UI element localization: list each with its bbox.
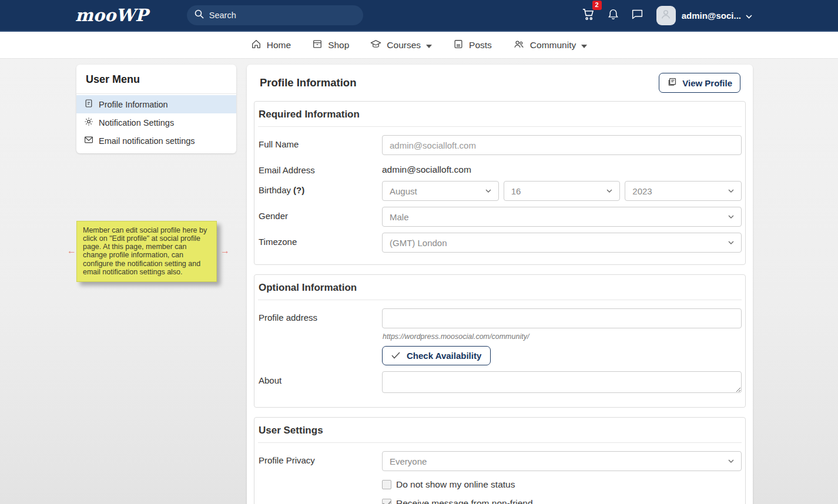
notifications-button[interactable] bbox=[601, 8, 625, 23]
full-name-field[interactable] bbox=[382, 135, 742, 155]
site-logo[interactable]: mooWP bbox=[75, 5, 148, 25]
online-status-checkbox-row[interactable]: Do not show my online status bbox=[382, 479, 742, 490]
timezone-label: Timezone bbox=[258, 233, 382, 247]
chevron-down-icon bbox=[606, 189, 612, 193]
chevron-down-icon bbox=[728, 459, 734, 463]
document-icon bbox=[84, 99, 93, 110]
top-header: mooWP 2 bbox=[0, 0, 838, 32]
chevron-down-icon bbox=[728, 189, 734, 193]
note-arrow-left-icon: ← bbox=[67, 246, 76, 256]
caret-down-icon bbox=[426, 40, 432, 51]
chevron-down-icon bbox=[728, 241, 734, 244]
optional-information-section: Optional Information Profile address htt… bbox=[254, 274, 746, 408]
birthday-label: Birthday(?) bbox=[258, 181, 382, 195]
birthday-month-select[interactable]: August bbox=[382, 181, 499, 201]
sidebar-item-profile-information[interactable]: Profile Information bbox=[76, 95, 236, 113]
receive-message-checkbox-label: Receive message from non-friend bbox=[396, 498, 533, 504]
search-input[interactable] bbox=[209, 11, 356, 20]
user-menu-title: User Menu bbox=[76, 65, 236, 94]
chevron-down-icon bbox=[746, 11, 752, 21]
messages-button[interactable] bbox=[625, 8, 649, 23]
envelope-icon bbox=[84, 135, 93, 146]
timezone-select[interactable]: (GMT) London bbox=[382, 233, 742, 253]
section-heading: User Settings bbox=[258, 425, 742, 443]
profile-panel: Profile Information View Profile Require… bbox=[247, 65, 753, 504]
email-address-value: admin@socialloft.com bbox=[382, 161, 742, 175]
main-nav: Home Shop Courses Posts bbox=[0, 32, 838, 59]
profile-address-hint: https://wordpress.moosocial.com/communit… bbox=[383, 332, 742, 341]
cart-button[interactable]: 2 bbox=[576, 8, 601, 23]
shop-icon bbox=[312, 39, 323, 52]
about-label: About bbox=[258, 371, 382, 385]
required-information-section: Required Information Full Name Email Add… bbox=[254, 101, 746, 265]
chat-icon bbox=[631, 8, 643, 23]
profile-privacy-label: Profile Privacy bbox=[258, 451, 382, 465]
account-username: admin@soci... bbox=[682, 11, 741, 21]
annotation-note: Member can edit social profile here by c… bbox=[76, 221, 217, 282]
page-title: Profile Information bbox=[260, 76, 356, 89]
user-settings-section: User Settings Profile Privacy Everyone D… bbox=[254, 417, 746, 504]
posts-icon bbox=[453, 39, 464, 52]
pages-icon bbox=[667, 77, 677, 89]
birthday-help-icon[interactable]: (?) bbox=[293, 185, 304, 195]
search-box[interactable] bbox=[187, 5, 363, 25]
nav-item-courses[interactable]: Courses bbox=[370, 39, 432, 52]
user-menu-card: User Menu Profile Information Notificati… bbox=[76, 65, 236, 153]
nav-item-shop[interactable]: Shop bbox=[312, 39, 349, 52]
view-profile-button[interactable]: View Profile bbox=[659, 73, 740, 93]
graduation-cap-icon bbox=[370, 39, 381, 52]
nav-item-home[interactable]: Home bbox=[251, 39, 291, 52]
section-heading: Optional Information bbox=[258, 282, 742, 300]
receive-message-checkbox-row[interactable]: Receive message from non-friend bbox=[382, 498, 742, 504]
caret-down-icon bbox=[581, 40, 587, 51]
gear-icon bbox=[84, 117, 93, 128]
profile-privacy-select[interactable]: Everyone bbox=[382, 451, 742, 471]
receive-message-checkbox[interactable] bbox=[382, 499, 391, 504]
gender-label: Gender bbox=[258, 207, 382, 221]
nav-item-community[interactable]: Community bbox=[513, 39, 587, 52]
online-status-checkbox[interactable] bbox=[382, 480, 391, 489]
nav-item-posts[interactable]: Posts bbox=[453, 39, 492, 52]
check-availability-button[interactable]: Check Availability bbox=[382, 346, 491, 365]
sidebar-item-email-notification-settings[interactable]: Email notification settings bbox=[76, 132, 236, 150]
section-heading: Required Information bbox=[258, 109, 742, 127]
online-status-checkbox-label: Do not show my online status bbox=[396, 479, 515, 490]
email-address-label: Email Address bbox=[258, 161, 382, 175]
chevron-down-icon bbox=[728, 215, 734, 219]
full-name-label: Full Name bbox=[258, 135, 382, 149]
bell-icon bbox=[607, 8, 619, 23]
person-icon bbox=[659, 8, 672, 23]
gender-select[interactable]: Male bbox=[382, 207, 742, 227]
chevron-down-icon bbox=[485, 189, 491, 193]
birthday-year-select[interactable]: 2023 bbox=[625, 181, 742, 201]
community-icon bbox=[513, 39, 525, 52]
profile-address-field[interactable] bbox=[382, 308, 742, 328]
account-menu[interactable]: admin@soci... bbox=[682, 11, 752, 21]
check-icon bbox=[391, 351, 400, 361]
home-icon bbox=[251, 39, 262, 52]
note-arrow-right-icon: → bbox=[220, 246, 230, 256]
avatar[interactable] bbox=[656, 6, 676, 25]
birthday-day-select[interactable]: 16 bbox=[504, 181, 621, 201]
search-icon bbox=[195, 9, 204, 21]
sidebar-item-notification-settings[interactable]: Notification Settings bbox=[76, 113, 236, 132]
page: mooWP 2 bbox=[0, 0, 838, 504]
cart-badge: 2 bbox=[592, 1, 602, 10]
profile-address-label: Profile address bbox=[258, 308, 382, 322]
annotation: ← Member can edit social profile here by… bbox=[76, 221, 236, 282]
about-field[interactable] bbox=[382, 371, 742, 393]
left-column: User Menu Profile Information Notificati… bbox=[76, 65, 236, 282]
